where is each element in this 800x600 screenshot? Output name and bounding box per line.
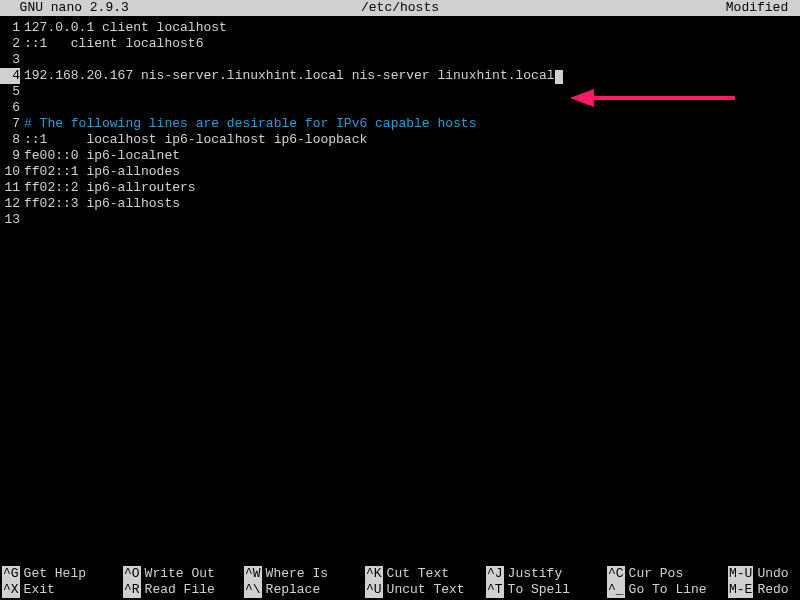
line-number: 4 <box>0 68 20 84</box>
shortcut-item: ^OWrite Out <box>123 566 244 582</box>
editor-line[interactable]: 1127.0.0.1 client localhost <box>0 20 800 36</box>
line-number: 10 <box>0 164 20 180</box>
line-content[interactable]: ::1 client localhost6 <box>24 36 800 52</box>
line-content[interactable]: ff02::3 ip6-allhosts <box>24 196 800 212</box>
line-number: 12 <box>0 196 20 212</box>
editor-line[interactable]: 9fe00::0 ip6-localnet <box>0 148 800 164</box>
shortcut-key: ^C <box>607 566 625 582</box>
shortcut-label: Redo <box>757 582 788 598</box>
shortcut-item: M-UUndo <box>728 566 798 582</box>
shortcut-label: Replace <box>266 582 321 598</box>
shortcut-key: ^G <box>2 566 20 582</box>
shortcut-key: ^\ <box>244 582 262 598</box>
editor-line[interactable]: 11ff02::2 ip6-allrouters <box>0 180 800 196</box>
shortcut-label: Justify <box>508 566 563 582</box>
line-content[interactable]: ff02::1 ip6-allnodes <box>24 164 800 180</box>
editor-line[interactable]: 13 <box>0 212 800 228</box>
shortcut-item: ^RRead File <box>123 582 244 598</box>
shortcut-label: Go To Line <box>629 582 707 598</box>
titlebar: GNU nano 2.9.3 /etc/hosts Modified <box>0 0 800 16</box>
shortcut-key: ^O <box>123 566 141 582</box>
line-number: 3 <box>0 52 20 68</box>
line-content[interactable]: ::1 localhost ip6-localhost ip6-loopback <box>24 132 800 148</box>
text-cursor <box>555 70 563 84</box>
shortcut-label: Get Help <box>24 566 86 582</box>
editor-line[interactable]: 10ff02::1 ip6-allnodes <box>0 164 800 180</box>
shortcut-item: ^\Replace <box>244 582 365 598</box>
line-content[interactable]: 192.168.20.167 nis-server.linuxhint.loca… <box>24 68 800 84</box>
shortcut-key: ^_ <box>607 582 625 598</box>
shortcut-key: M-E <box>728 582 753 598</box>
shortcut-label: To Spell <box>508 582 570 598</box>
shortcut-item: ^JJustify <box>486 566 607 582</box>
shortcut-label: Cur Pos <box>629 566 684 582</box>
shortcut-label: Exit <box>24 582 55 598</box>
editor-line[interactable]: 4192.168.20.167 nis-server.linuxhint.loc… <box>0 68 800 84</box>
line-number: 6 <box>0 100 20 116</box>
shortcut-item: ^TTo Spell <box>486 582 607 598</box>
editor-line[interactable]: 8::1 localhost ip6-localhost ip6-loopbac… <box>0 132 800 148</box>
shortcut-bar: ^GGet Help^OWrite Out^WWhere Is^KCut Tex… <box>0 566 800 600</box>
line-number: 1 <box>0 20 20 36</box>
editor-line[interactable]: 3 <box>0 52 800 68</box>
file-path: /etc/hosts <box>0 0 800 16</box>
shortcut-item: ^KCut Text <box>365 566 486 582</box>
shortcut-key: ^T <box>486 582 504 598</box>
line-number: 2 <box>0 36 20 52</box>
shortcut-item: ^UUncut Text <box>365 582 486 598</box>
shortcut-key: ^X <box>2 582 20 598</box>
editor-line[interactable]: 12ff02::3 ip6-allhosts <box>0 196 800 212</box>
line-content[interactable] <box>24 212 800 228</box>
shortcut-label: Uncut Text <box>387 582 465 598</box>
shortcut-key: ^K <box>365 566 383 582</box>
editor-line[interactable]: 5 <box>0 84 800 100</box>
shortcut-key: ^U <box>365 582 383 598</box>
line-content[interactable] <box>24 84 800 100</box>
line-content[interactable] <box>24 52 800 68</box>
shortcut-item: ^XExit <box>2 582 123 598</box>
editor-area[interactable]: 1127.0.0.1 client localhost2::1 client l… <box>0 16 800 228</box>
line-number: 13 <box>0 212 20 228</box>
shortcut-item: ^_Go To Line <box>607 582 728 598</box>
line-content[interactable]: fe00::0 ip6-localnet <box>24 148 800 164</box>
line-content[interactable]: 127.0.0.1 client localhost <box>24 20 800 36</box>
shortcut-key: ^W <box>244 566 262 582</box>
editor-line[interactable]: 6 <box>0 100 800 116</box>
line-number: 5 <box>0 84 20 100</box>
shortcut-item: ^GGet Help <box>2 566 123 582</box>
line-number: 8 <box>0 132 20 148</box>
editor-line[interactable]: 7# The following lines are desirable for… <box>0 116 800 132</box>
line-number: 7 <box>0 116 20 132</box>
line-content[interactable]: # The following lines are desirable for … <box>24 116 800 132</box>
shortcut-label: Read File <box>145 582 215 598</box>
shortcut-item: M-ERedo <box>728 582 798 598</box>
shortcut-label: Write Out <box>145 566 215 582</box>
editor-line[interactable]: 2::1 client localhost6 <box>0 36 800 52</box>
shortcut-label: Undo <box>757 566 788 582</box>
shortcut-item: ^WWhere Is <box>244 566 365 582</box>
shortcut-key: ^J <box>486 566 504 582</box>
line-number: 9 <box>0 148 20 164</box>
line-content[interactable]: ff02::2 ip6-allrouters <box>24 180 800 196</box>
line-number: 11 <box>0 180 20 196</box>
shortcut-label: Cut Text <box>387 566 449 582</box>
line-content[interactable] <box>24 100 800 116</box>
shortcut-label: Where Is <box>266 566 328 582</box>
shortcut-item: ^CCur Pos <box>607 566 728 582</box>
shortcut-key: M-U <box>728 566 753 582</box>
shortcut-key: ^R <box>123 582 141 598</box>
